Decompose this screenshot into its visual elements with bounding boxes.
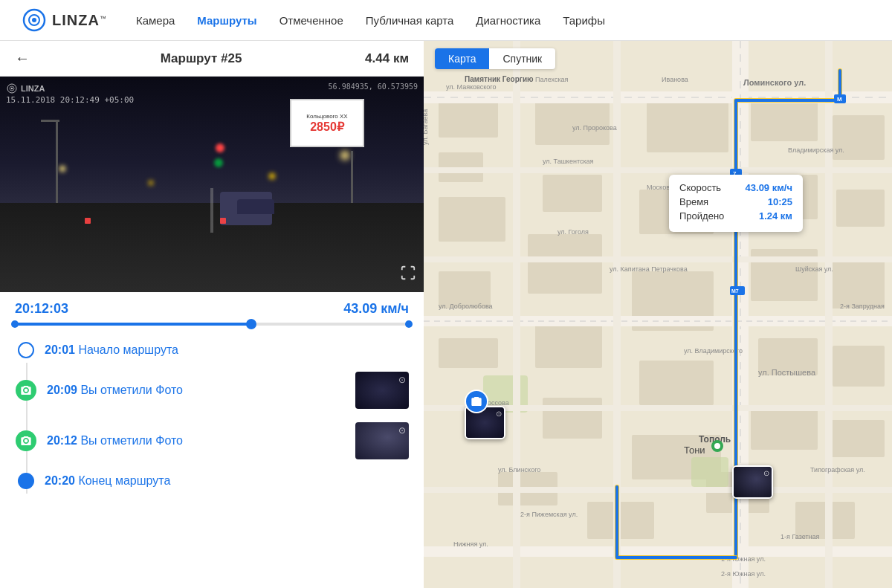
svg-rect-47: [513, 41, 520, 588]
svg-text:Иванова: Иванова: [662, 76, 688, 83]
tooltip-speed-value: 43.09 км/ч: [746, 182, 792, 193]
nav-public-map[interactable]: Публичная карта: [366, 14, 454, 27]
event-text-end: 20:20 Конец маршрута: [45, 474, 409, 488]
event-icon-start: [18, 342, 34, 358]
back-button[interactable]: ←: [15, 50, 30, 67]
svg-rect-18: [543, 398, 602, 439]
svg-text:2-я Южная ул.: 2-я Южная ул.: [721, 570, 766, 578]
event-thumbnail-1[interactable]: [355, 372, 409, 409]
svg-text:ул. Постышева: ул. Постышева: [758, 368, 816, 377]
svg-rect-9: [439, 100, 498, 138]
svg-point-6: [25, 389, 28, 392]
svg-rect-13: [439, 338, 498, 368]
svg-text:ул. Ташкентская: ул. Ташкентская: [543, 158, 594, 165]
tooltip-time-row: Время 10:25: [679, 196, 792, 207]
svg-text:M7: M7: [731, 288, 739, 294]
nav-marked[interactable]: Отмеченное: [279, 14, 343, 27]
svg-text:Типографская ул.: Типографская ул.: [810, 466, 865, 474]
svg-rect-15: [543, 175, 602, 212]
event-start: 20:01 Начало маршрута: [15, 342, 409, 358]
scrubber-fill: [15, 323, 251, 326]
route-distance: 4.44 км: [365, 51, 409, 66]
svg-text:M: M: [837, 96, 842, 103]
svg-text:Памятник Георгию: Памятник Георгию: [465, 75, 534, 83]
svg-rect-39: [691, 457, 728, 487]
event-text-start: 20:01 Начало маршрута: [45, 343, 409, 357]
fullscreen-button[interactable]: [400, 265, 416, 285]
header: LINZA™ Камера Маршруты Отмеченное Публич…: [0, 0, 892, 41]
map-tabs: Карта Спутник: [435, 48, 555, 69]
svg-text:ул. Пророкова: ул. Пророкова: [572, 124, 617, 132]
svg-rect-31: [829, 256, 885, 308]
video-timestamp: 15.11.2018 20:12:49 +05:00: [6, 95, 134, 105]
svg-point-2: [32, 18, 36, 22]
nav-camera[interactable]: Камера: [136, 14, 175, 27]
svg-text:Ломинского ул.: Ломинского ул.: [743, 78, 806, 87]
svg-text:Владимирская ул.: Владимирская ул.: [788, 146, 844, 154]
billboard: Кольцового XX 2850₽: [290, 99, 364, 147]
events-list: 20:01 Начало маршрута 20:09 Вы отметили …: [0, 335, 424, 588]
video-player[interactable]: Кольцового XX 2850₽: [0, 77, 424, 292]
nav-tariffs[interactable]: Тарифы: [563, 14, 605, 27]
event-icon-end: [18, 473, 34, 489]
billboard-price: 2850₽: [310, 120, 344, 134]
video-coords: 56.984935, 60.573959: [329, 83, 418, 91]
tab-satellite[interactable]: Спутник: [489, 48, 555, 69]
svg-text:Палехская: Палехская: [535, 76, 569, 83]
time-speed-row: 20:12:03 43.09 км/ч: [15, 301, 409, 317]
event-thumbnail-2[interactable]: [355, 422, 409, 459]
tab-map[interactable]: Карта: [435, 48, 489, 69]
logo-text: LINZA™: [52, 12, 106, 29]
svg-text:2-я Пижемская ул.: 2-я Пижемская ул.: [520, 511, 578, 518]
nav-diagnostics[interactable]: Диагностика: [476, 14, 540, 27]
event-text-photo-2: 20:12 Вы отметили Фото: [47, 434, 355, 448]
current-time: 20:12:03: [15, 301, 68, 317]
svg-rect-53: [424, 487, 892, 493]
event-text-photo-1: 20:09 Вы отметили Фото: [47, 384, 355, 397]
main-nav: Камера Маршруты Отмеченное Публичная кар…: [136, 14, 870, 27]
svg-rect-33: [829, 420, 885, 457]
road-scene: Кольцового XX 2850₽: [0, 77, 424, 292]
video-watermark: LINZA: [6, 83, 45, 94]
svg-rect-14: [535, 100, 610, 145]
tooltip-distance-value: 1.24 км: [759, 210, 792, 222]
svg-rect-30: [836, 190, 885, 227]
svg-text:Тони: Тони: [684, 445, 705, 456]
event-photo-1[interactable]: 20:09 Вы отметили Фото: [15, 372, 409, 409]
nav-routes[interactable]: Маршруты: [197, 14, 256, 27]
tooltip-time-label: Время: [679, 196, 708, 207]
map-tooltip: Скорость 43.09 км/ч Время 10:25 Пройдено…: [669, 175, 803, 232]
scrubber-start: [11, 320, 19, 328]
svg-rect-28: [751, 405, 818, 450]
route-header: ← Маршрут #25 4.44 км: [0, 41, 424, 77]
scrubber-track[interactable]: [15, 323, 409, 326]
event-icon-photo-2: [16, 430, 36, 451]
svg-rect-16: [528, 234, 602, 294]
svg-rect-11: [439, 197, 505, 242]
map-photo-badge-1: [465, 390, 488, 413]
event-photo-2[interactable]: 20:12 Вы отметили Фото: [15, 422, 409, 459]
svg-text:Нижняя ул.: Нижняя ул.: [453, 540, 488, 548]
svg-rect-51: [424, 256, 892, 262]
svg-text:ул. Маяковского: ул. Маяковского: [446, 83, 496, 91]
left-panel: ← Маршрут #25 4.44 км Кольцовог: [0, 41, 424, 588]
map-photo-marker-2[interactable]: [732, 465, 773, 499]
tooltip-distance-row: Пройдено 1.24 км: [679, 210, 792, 222]
event-end: 20:20 Конец маршрута: [15, 473, 409, 489]
tooltip-distance-label: Пройдено: [679, 210, 724, 222]
svg-text:ул. Добролюбова: ул. Добролюбова: [439, 303, 493, 310]
svg-text:ул. Гоголя: ул. Гоголя: [558, 228, 589, 236]
svg-rect-46: [424, 546, 892, 557]
scrubber-area: 20:12:03 43.09 км/ч: [0, 292, 424, 335]
tooltip-speed-label: Скорость: [679, 182, 721, 193]
scrubber-thumb[interactable]: [246, 319, 256, 329]
map-svg: ул. Маяковского ул. Ташкентская ул. Гого…: [424, 41, 892, 588]
svg-text:ул. Блинского: ул. Блинского: [498, 466, 540, 474]
map-panel[interactable]: ул. Маяковского ул. Ташкентская ул. Гого…: [424, 41, 892, 588]
svg-text:ул. Капитана Петрачкова: ул. Капитана Петрачкова: [610, 265, 688, 273]
svg-point-7: [25, 439, 28, 443]
scrubber-end: [405, 320, 413, 328]
event-icon-photo-1: [16, 380, 36, 401]
svg-text:Шуйская ул.: Шуйская ул.: [795, 265, 833, 273]
svg-text:2-я Запрудная: 2-я Запрудная: [840, 303, 885, 310]
